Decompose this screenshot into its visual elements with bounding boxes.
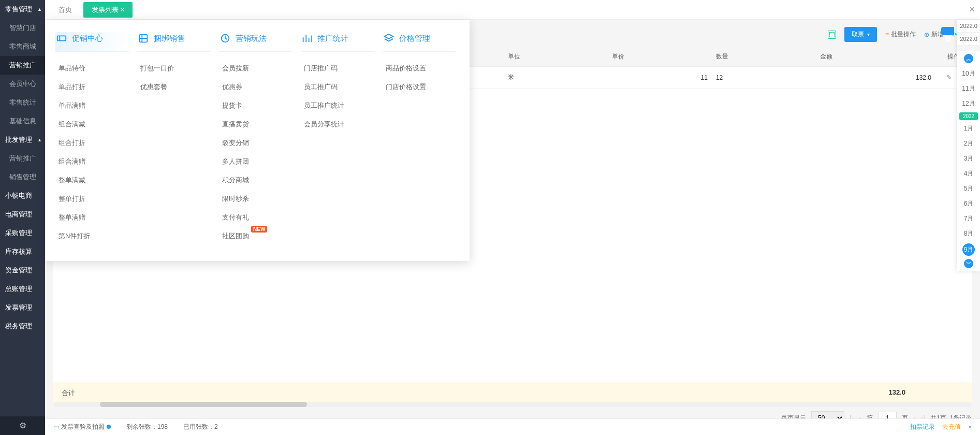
scrollbar-thumb[interactable] <box>100 402 307 407</box>
mega-item[interactable]: 整单满赠 <box>55 208 137 227</box>
month-6[interactable]: 6月 <box>957 196 980 211</box>
mega-col-promo: 促销中心 单品特价 单品打折 单品满赠 组合满减 组合打折 组合满赠 整单满减 … <box>55 32 137 245</box>
qr-icon[interactable] <box>828 31 836 39</box>
month-7[interactable]: 7月 <box>957 211 980 226</box>
sidebar-group-ecommerce[interactable]: 电商管理 <box>0 205 45 224</box>
mega-item[interactable]: 单品打折 <box>55 78 137 96</box>
date-top-1[interactable]: 2022.0 <box>957 33 980 46</box>
mega-menu: 促销中心 单品特价 单品打折 单品满赠 组合满减 组合打折 组合满赠 整单满减 … <box>45 20 470 261</box>
mega-item[interactable]: 员工推广统计 <box>301 96 383 115</box>
tab-invoice-list[interactable]: 发票列表 × <box>83 2 133 18</box>
sidebar-group-invoice[interactable]: 发票管理 <box>0 298 45 317</box>
mega-head-promo[interactable]: 促销中心 <box>55 32 129 52</box>
mega-item[interactable]: 打包一口价 <box>137 59 219 78</box>
sidebar-item-member-center[interactable]: 会员中心 <box>0 75 45 93</box>
invoice-check-link[interactable]: ▭发票查验及拍照 <box>53 423 111 431</box>
month-11[interactable]: 11月 <box>957 81 980 96</box>
sidebar-group-purchase[interactable]: 采购管理 <box>0 224 45 242</box>
month-8[interactable]: 8月 <box>957 226 980 241</box>
sidebar-item-marketing[interactable]: 营销推广 <box>0 56 45 75</box>
col-price: 单价 <box>608 47 712 67</box>
month-2[interactable]: 2月 <box>957 136 980 151</box>
cell-unit: 米 <box>504 67 608 89</box>
recharge-link[interactable]: 去充值 <box>942 423 961 431</box>
scroll-down-icon[interactable]: ︾ <box>964 259 973 268</box>
mega-item[interactable]: 限时秒杀 <box>219 190 301 208</box>
used-info: 已用张数：2 <box>183 423 218 431</box>
mega-item[interactable]: 整单打折 <box>55 190 137 208</box>
mega-item[interactable]: 整单满减 <box>55 171 137 190</box>
sidebar-item-retail-stats[interactable]: 零售统计 <box>0 93 45 112</box>
tab-home[interactable]: 首页 <box>50 2 80 18</box>
mega-item[interactable]: 会员拉新 <box>219 59 301 78</box>
month-12[interactable]: 12月 <box>957 96 980 111</box>
sidebar-group-xiaochang[interactable]: 小畅电商 <box>0 186 45 205</box>
mega-item[interactable]: 单品特价 <box>55 59 137 78</box>
footer-bar: ▭发票查验及拍照 剩余张数：198 已用张数：2 扣票记录 去充值 × <box>45 418 980 435</box>
mega-item[interactable]: 组合满减 <box>55 115 137 134</box>
sidebar-item-retail-mall[interactable]: 零售商城 <box>0 37 45 56</box>
cell-amount: 132.0 <box>816 67 935 89</box>
mega-head-price[interactable]: 价格管理 <box>383 32 456 52</box>
col-amount: 金额 <box>816 47 935 67</box>
list-icon: ≡ <box>885 31 889 38</box>
mega-item-community[interactable]: 社区团购NEW <box>219 227 301 245</box>
mega-item[interactable]: 员工推广码 <box>301 78 383 96</box>
mega-item[interactable]: 商品价格设置 <box>383 59 464 78</box>
mega-item[interactable]: 积分商城 <box>219 171 301 190</box>
mega-item[interactable]: 多人拼团 <box>219 152 301 171</box>
batch-button[interactable]: ≡批量操作 <box>885 30 916 39</box>
mega-head-stats[interactable]: 推广统计 <box>301 32 374 52</box>
year-badge: 2022 <box>959 112 978 120</box>
mega-head-campaign[interactable]: 营销玩法 <box>219 32 292 52</box>
summary-label: 合计 <box>62 388 103 398</box>
mega-item[interactable]: 门店价格设置 <box>383 78 464 96</box>
mega-item[interactable]: 门店推广码 <box>301 59 383 78</box>
deduct-log-link[interactable]: 扣票记录 <box>910 423 935 431</box>
sidebar-item-wholesale-marketing[interactable]: 营销推广 <box>0 149 45 168</box>
mega-item[interactable]: 裂变分销 <box>219 134 301 152</box>
mega-item[interactable]: 优惠套餐 <box>137 78 219 96</box>
sidebar-group-retail[interactable]: 零售管理▴ <box>0 0 45 19</box>
footer-close-icon[interactable]: × <box>968 424 972 431</box>
mega-item[interactable]: 组合打折 <box>55 134 137 152</box>
invoice-date-button[interactable]: 开票日 <box>941 27 954 35</box>
qupiao-button[interactable]: 取票▾ <box>844 27 877 42</box>
close-all-tabs-icon[interactable]: × <box>969 4 975 15</box>
sidebar-group-inventory[interactable]: 库存核算 <box>0 242 45 261</box>
sidebar-item-sales-mgmt[interactable]: 销售管理 <box>0 168 45 186</box>
mega-item[interactable]: 支付有礼 <box>219 208 301 227</box>
sidebar-group-tax[interactable]: 税务管理 <box>0 317 45 336</box>
tab-bar: 首页 发票列表 × × <box>45 0 980 20</box>
month-3[interactable]: 3月 <box>957 151 980 166</box>
mega-item[interactable]: 提货卡 <box>219 96 301 115</box>
doc-icon: ▭ <box>53 423 59 430</box>
sidebar-item-basic-info[interactable]: 基础信息 <box>0 112 45 130</box>
month-9-current[interactable]: 9月 <box>962 243 975 256</box>
sidebar: 零售管理▴ 智慧门店 零售商城 营销推广 会员中心 零售统计 基础信息 批发管理… <box>0 0 45 435</box>
mega-item[interactable]: 优惠券 <box>219 78 301 96</box>
mega-head-bundle[interactable]: 捆绑销售 <box>137 32 211 52</box>
new-badge: NEW <box>251 226 267 233</box>
date-top-0[interactable]: 2022.0 <box>957 20 980 33</box>
cell-qty: 12 <box>712 67 816 89</box>
mega-item[interactable]: 第N件打折 <box>55 227 137 245</box>
horizontal-scrollbar[interactable] <box>53 402 972 407</box>
close-icon[interactable]: × <box>121 6 125 13</box>
month-5[interactable]: 5月 <box>957 181 980 196</box>
month-1[interactable]: 1月 <box>957 121 980 136</box>
mega-item[interactable]: 直播卖货 <box>219 115 301 134</box>
edit-icon[interactable]: ✎ <box>946 74 952 81</box>
sidebar-group-finance[interactable]: 资金管理 <box>0 261 45 280</box>
mega-item[interactable]: 单品满赠 <box>55 96 137 115</box>
mega-item[interactable]: 会员分享统计 <box>301 115 383 134</box>
mega-item[interactable]: 组合满赠 <box>55 152 137 171</box>
month-10[interactable]: 10月 <box>957 66 980 81</box>
col-unit: 单位 <box>504 47 608 67</box>
settings-gear-icon[interactable]: ⚙ <box>0 416 45 435</box>
sidebar-group-ledger[interactable]: 总账管理 <box>0 280 45 298</box>
sidebar-group-wholesale[interactable]: 批发管理▴ <box>0 130 45 149</box>
sidebar-item-smart-store[interactable]: 智慧门店 <box>0 19 45 37</box>
scroll-up-icon[interactable]: ︽ <box>964 54 973 63</box>
month-4[interactable]: 4月 <box>957 166 980 181</box>
